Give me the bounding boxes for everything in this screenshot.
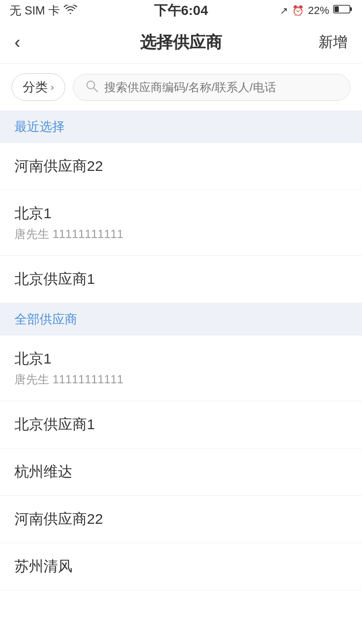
all-section: 全部供应商 北京1 唐先生 11111111111 北京供应商1 杭州维达 河南… [0, 303, 362, 590]
back-button[interactable]: ‹ [14, 32, 20, 53]
recent-item-2[interactable]: 北京1 唐先生 11111111111 [0, 190, 362, 256]
recent-section: 最近选择 河南供应商22 北京1 唐先生 11111111111 北京供应商1 [0, 111, 362, 303]
no-sim-text: 无 SIM 卡 [10, 3, 60, 18]
status-right: ↗ ⏰ 22% [280, 4, 352, 17]
alarm-icon: ⏰ [292, 5, 304, 16]
status-time: 下午6:04 [154, 1, 208, 20]
search-input[interactable] [104, 81, 338, 94]
all-section-header: 全部供应商 [0, 303, 362, 336]
status-bar: 无 SIM 卡 下午6:04 ↗ ⏰ 22% [0, 0, 362, 21]
category-label: 分类 [23, 79, 48, 96]
svg-line-4 [94, 88, 97, 92]
all-item-5[interactable]: 苏州清风 [0, 543, 362, 590]
filter-bar: 分类 › [0, 64, 362, 111]
all-item-1[interactable]: 北京1 唐先生 11111111111 [0, 336, 362, 401]
battery-icon [333, 4, 352, 17]
recent-section-label: 最近选择 [14, 119, 65, 134]
nav-bar: ‹ 选择供应商 新增 [0, 21, 362, 64]
location-icon: ↗ [280, 5, 288, 16]
supplier-name: 北京供应商1 [14, 269, 348, 289]
wifi-icon [64, 4, 77, 17]
search-icon [85, 79, 98, 96]
recent-section-header: 最近选择 [0, 111, 362, 143]
add-button[interactable]: 新增 [319, 32, 348, 52]
supplier-name: 河南供应商22 [14, 509, 348, 529]
supplier-name: 北京1 [14, 204, 348, 224]
page-title: 选择供应商 [140, 31, 222, 54]
supplier-contact: 唐先生 11111111111 [14, 372, 348, 387]
chevron-icon: › [51, 82, 54, 93]
svg-rect-2 [334, 6, 339, 12]
all-item-2[interactable]: 北京供应商1 [0, 401, 362, 448]
supplier-name: 苏州清风 [14, 557, 348, 576]
supplier-name: 北京1 [14, 349, 348, 369]
all-section-label: 全部供应商 [14, 312, 77, 326]
all-item-4[interactable]: 河南供应商22 [0, 496, 362, 543]
supplier-contact: 唐先生 11111111111 [14, 226, 348, 242]
supplier-name: 河南供应商22 [14, 156, 348, 176]
supplier-name: 北京供应商1 [14, 415, 348, 434]
svg-rect-1 [350, 7, 352, 11]
search-box [73, 74, 350, 101]
status-left: 无 SIM 卡 [10, 3, 77, 18]
recent-item-1[interactable]: 河南供应商22 [0, 143, 362, 190]
recent-item-3[interactable]: 北京供应商1 [0, 256, 362, 303]
battery-text: 22% [308, 4, 329, 17]
category-filter[interactable]: 分类 › [12, 73, 65, 101]
all-item-3[interactable]: 杭州维达 [0, 448, 362, 496]
supplier-name: 杭州维达 [14, 462, 348, 482]
